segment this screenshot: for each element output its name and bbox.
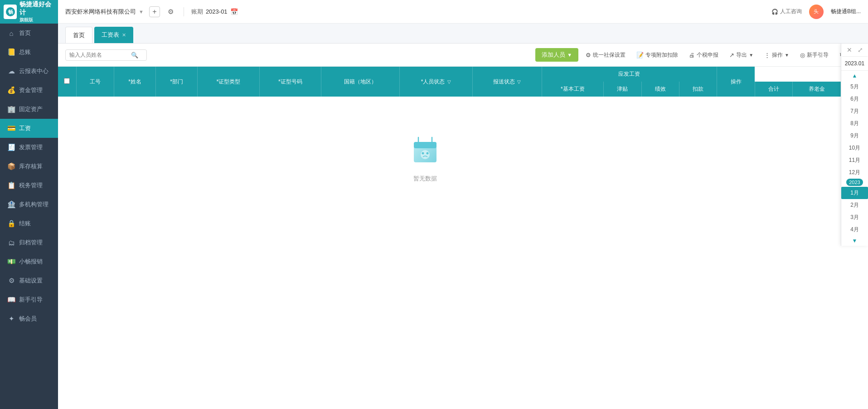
personal-tax-button[interactable]: 🖨 个税申报 [685, 49, 722, 61]
sidebar-item-cloud-report[interactable]: ☁ 云报表中心 [0, 62, 58, 81]
select-all-checkbox[interactable] [64, 78, 70, 84]
add-company-button[interactable]: + [149, 6, 160, 17]
search-input[interactable] [69, 52, 128, 58]
month-panel: ✕ ⤢ 2023.01 ▲ 5月 6月 7月 8月 9月 10月 11月 12月… [841, 44, 868, 246]
th-department: *部门 [156, 67, 198, 97]
period-label: 账期 [191, 8, 203, 16]
empty-state: 暂无数据 [58, 97, 793, 219]
export-dropdown-icon: ▼ [749, 53, 753, 58]
tab-home[interactable]: 首页 [65, 27, 92, 43]
sidebar-item-inventory[interactable]: 📦 库存核算 [0, 157, 58, 176]
sidebar-item-tax[interactable]: 📋 税务管理 [0, 176, 58, 195]
sidebar-item-guide[interactable]: 📖 新手引导 [0, 290, 58, 309]
report-status-filter-icon[interactable]: ▽ [517, 79, 521, 84]
select-all-checkbox-header[interactable] [58, 67, 76, 97]
tax-icon: 📋 [7, 181, 15, 190]
sidebar-item-settings-label: 基础设置 [19, 277, 43, 285]
personal-tax-icon: 🖨 [689, 52, 695, 58]
funds-icon: 💰 [7, 86, 15, 94]
inventory-icon: 📦 [7, 162, 15, 170]
salary-icon: 💳 [7, 124, 15, 132]
company-chevron-icon: ▼ [139, 9, 144, 15]
special-deduction-label: 专项附加扣除 [645, 51, 678, 59]
settings-icon: ⚙ [7, 277, 15, 285]
export-label: 导出 [736, 51, 747, 59]
guide-btn-icon: ◎ [800, 52, 805, 58]
app-edition: 旗舰版 [19, 17, 54, 23]
month-3[interactable]: 3月 [841, 211, 868, 224]
app-name: 畅捷通好会计 [19, 0, 54, 17]
current-period-header: 2023.01 [841, 57, 868, 71]
topbar-divider [184, 7, 184, 16]
export-button[interactable]: ↗ 导出 ▼ [726, 49, 757, 61]
user-avatar[interactable]: 头 [809, 5, 824, 19]
toolbar-actions: 添加人员 ▼ ⚙ 统一社保设置 📝 专项附加扣除 🖨 个税申报 ↗ 导出 [535, 48, 861, 62]
month-9[interactable]: 9月 [841, 130, 868, 142]
sidebar-item-salary-label: 工资 [19, 124, 31, 132]
org-icon: 🏦 [7, 200, 15, 209]
operation-button[interactable]: ⋮ 操作 ▼ [761, 49, 793, 61]
th-id-type: *证型类型 [198, 67, 260, 97]
special-deduction-button[interactable]: 📝 专项附加扣除 [633, 49, 682, 61]
sidebar-item-multi-org[interactable]: 🏦 多机构管理 [0, 195, 58, 214]
tab-home-label: 首页 [73, 31, 85, 39]
sidebar-item-invoice[interactable]: 🧾 发票管理 [0, 138, 58, 157]
month-5[interactable]: 5月 [841, 81, 868, 93]
sidebar-item-fixed-assets[interactable]: 🏢 固定资产 [0, 100, 58, 119]
month-12[interactable]: 12月 [841, 166, 868, 179]
company-name: 西安虾米网络科技有限公司 [65, 8, 136, 16]
month-6[interactable]: 6月 [841, 93, 868, 105]
month-nav-down[interactable]: ▼ [841, 236, 868, 246]
sidebar-item-funds[interactable]: 💰 资金管理 [0, 81, 58, 100]
tab-salary-close-icon[interactable]: ✕ [122, 32, 126, 38]
expense-icon: 💵 [7, 258, 15, 266]
cloud-icon: ☁ [7, 67, 15, 75]
month-8[interactable]: 8月 [841, 117, 868, 130]
sidebar-item-close-account[interactable]: 🔒 结账 [0, 214, 58, 233]
guide-button[interactable]: ◎ 新手引导 [796, 49, 832, 61]
sidebar-item-member[interactable]: ✦ 畅会员 [0, 309, 58, 328]
tab-salary[interactable]: 工资表 ✕ [94, 27, 133, 43]
operation-dropdown-icon: ▼ [785, 53, 789, 58]
sidebar-item-expense-label: 小畅报销 [19, 258, 43, 266]
sidebar-item-home[interactable]: ⌂ 首页 [0, 24, 58, 43]
panel-expand-button[interactable]: ⤢ [856, 45, 865, 54]
home-icon: ⌂ [7, 29, 15, 37]
sidebar-item-ledger[interactable]: 📒 总账 [0, 43, 58, 62]
sidebar-nav: ⌂ 首页 📒 总账 ☁ 云报表中心 💰 资金管理 🏢 固定资产 💳 工资 🧾 发… [0, 24, 58, 409]
operation-label: 操作 [772, 51, 783, 59]
th-total: 合计 [755, 82, 792, 97]
sidebar-item-archive[interactable]: 🗂 归档管理 [0, 233, 58, 252]
close-account-icon: 🔒 [7, 219, 15, 228]
th-payable-wages-group: 应发工资 [542, 67, 717, 82]
sidebar-item-cloud-report-label: 云报表中心 [19, 67, 48, 75]
assets-icon: 🏢 [7, 105, 15, 113]
company-selector[interactable]: 西安虾米网络科技有限公司 ▼ [65, 8, 144, 16]
sidebar-item-settings[interactable]: ⚙ 基础设置 [0, 271, 58, 290]
period-value: 2023-01 [206, 8, 228, 15]
month-1[interactable]: 1月 [841, 187, 868, 199]
social-security-button[interactable]: ⚙ 统一社保设置 [582, 49, 629, 61]
calendar-icon[interactable]: 📅 [230, 8, 238, 15]
month-11[interactable]: 11月 [841, 154, 868, 166]
sidebar-item-salary[interactable]: 💳 工资 [0, 119, 58, 138]
export-icon: ↗ [729, 52, 734, 58]
panel-close-button[interactable]: ✕ [845, 45, 854, 54]
month-4[interactable]: 4月 [841, 224, 868, 236]
service-button[interactable]: 🎧 人工咨询 [771, 8, 802, 15]
sidebar-item-expense[interactable]: 💵 小畅报销 [0, 252, 58, 271]
table-container: 工号 *姓名 *部门 *证型类型 *证型号码 国籍（地区） *人员状态 ▽ 报送… [58, 67, 841, 409]
guide-icon: 📖 [7, 296, 15, 304]
invoice-icon: 🧾 [7, 143, 15, 151]
staff-status-filter-icon[interactable]: ▽ [447, 79, 451, 84]
month-2[interactable]: 2月 [841, 199, 868, 211]
sidebar-item-fixed-assets-label: 固定资产 [19, 105, 43, 113]
salary-table: 工号 *姓名 *部门 *证型类型 *证型号码 国籍（地区） *人员状态 ▽ 报送… [58, 67, 841, 219]
company-settings-button[interactable]: ⚙ [165, 6, 176, 17]
add-person-button[interactable]: 添加人员 ▼ [535, 48, 578, 62]
month-10[interactable]: 10月 [841, 142, 868, 154]
month-7[interactable]: 7月 [841, 105, 868, 117]
month-nav-up[interactable]: ▲ [841, 71, 868, 81]
user-name[interactable]: 畅捷通B组... [831, 8, 861, 15]
th-allowance: 津贴 [604, 82, 641, 97]
